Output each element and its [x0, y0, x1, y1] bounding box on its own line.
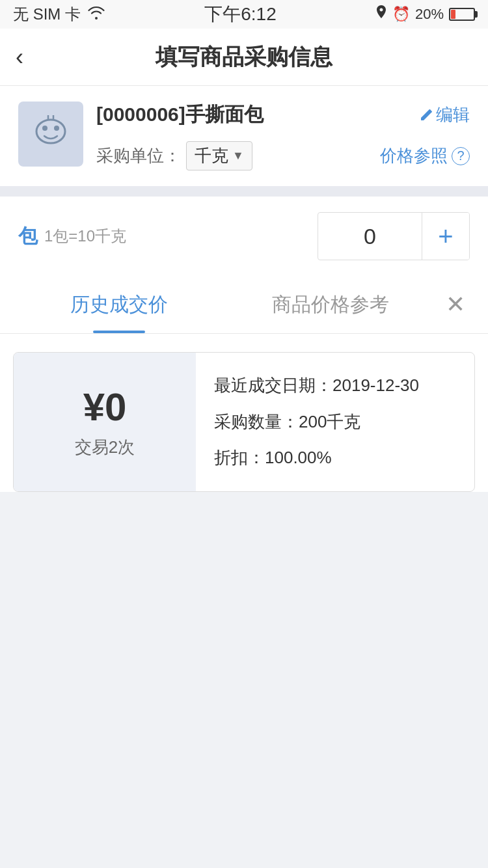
product-logo-icon: [31, 115, 70, 154]
product-logo: [18, 102, 83, 167]
quantity-control: 0 +: [318, 212, 470, 260]
amount-value: 0: [105, 385, 126, 429]
detail-quantity-label: 采购数量：: [214, 412, 299, 431]
tab-product-price-ref[interactable]: 商品价格参考: [224, 276, 436, 333]
product-name-row: [0000006]手撕面包 编辑: [96, 102, 470, 128]
detail-discount: 折扣：100.00%: [214, 444, 456, 472]
unit-equiv: 1包=10千克: [44, 226, 126, 247]
detail-date-value: 2019-12-30: [332, 375, 419, 395]
carrier-text: 无 SIM 卡: [13, 4, 81, 25]
price-reference-button[interactable]: 价格参照 ?: [380, 144, 470, 167]
quantity-row: 包 1包=10千克 0 +: [0, 197, 488, 276]
product-name: [0000006]手撕面包: [96, 102, 264, 128]
unit-select[interactable]: 千克 ▼: [186, 141, 252, 170]
quantity-display: 0: [318, 213, 422, 260]
unit-value: 千克: [195, 144, 228, 167]
trade-count: 交易2次: [75, 436, 135, 459]
detail-discount-label: 折扣：: [214, 448, 265, 467]
tab-close-button[interactable]: ✕: [436, 276, 475, 333]
detail-date-label: 最近成交日期：: [214, 375, 332, 395]
quantity-plus-button[interactable]: +: [422, 213, 469, 260]
price-ref-label: 价格参照: [380, 144, 448, 167]
svg-point-1: [42, 126, 47, 131]
page-background: [0, 510, 488, 868]
product-card: [0000006]手撕面包 编辑 采购单位： 千克 ▼ 价格参照 ?: [0, 86, 488, 186]
detail-quantity: 采购数量：200千克: [214, 409, 456, 436]
unit-row: 采购单位： 千克 ▼ 价格参照 ?: [96, 141, 470, 170]
price-details: 最近成交日期：2019-12-30 采购数量：200千克 折扣：100.00%: [196, 353, 474, 491]
status-time: 下午6:12: [204, 2, 277, 27]
detail-discount-value: 100.00%: [265, 448, 332, 467]
svg-point-2: [54, 126, 59, 131]
unit-label: 采购单位：: [96, 144, 181, 167]
edit-button[interactable]: 编辑: [419, 103, 470, 126]
page-title: 填写商品采购信息: [156, 42, 332, 72]
back-button[interactable]: ‹: [16, 44, 23, 71]
svg-point-0: [36, 120, 65, 143]
product-info: [0000006]手撕面包 编辑 采购单位： 千克 ▼ 价格参照 ?: [96, 102, 470, 170]
dropdown-icon: ▼: [232, 149, 244, 163]
battery-text: 20%: [415, 6, 444, 23]
location-icon: [375, 5, 387, 23]
unit-icon: 包: [18, 223, 38, 250]
help-icon: ?: [452, 147, 470, 165]
currency-symbol: ¥: [83, 385, 105, 429]
price-summary: ¥0 交易2次: [14, 353, 196, 491]
status-right: ⏰ 20%: [375, 5, 475, 23]
detail-date: 最近成交日期：2019-12-30: [214, 372, 456, 400]
tab-header: 历史成交价 商品价格参考 ✕: [0, 276, 488, 334]
status-bar: 无 SIM 卡 下午6:12 ⏰ 20%: [0, 0, 488, 29]
tab-section: 历史成交价 商品价格参考 ✕ ¥0 交易2次 最近成交日期：2019-12-30…: [0, 276, 488, 492]
price-amount: ¥0: [83, 385, 127, 429]
alarm-icon: ⏰: [392, 6, 410, 23]
quantity-unit-area: 包 1包=10千克: [18, 223, 126, 250]
nav-bar: ‹ 填写商品采购信息: [0, 29, 488, 86]
price-card: ¥0 交易2次 最近成交日期：2019-12-30 采购数量：200千克 折扣：…: [13, 352, 475, 492]
tab-history-price[interactable]: 历史成交价: [13, 276, 224, 333]
wifi-icon: [87, 5, 105, 23]
battery-icon: [449, 8, 475, 21]
detail-quantity-value: 200千克: [299, 412, 360, 431]
section-divider: [0, 186, 488, 197]
status-left: 无 SIM 卡: [13, 4, 105, 25]
